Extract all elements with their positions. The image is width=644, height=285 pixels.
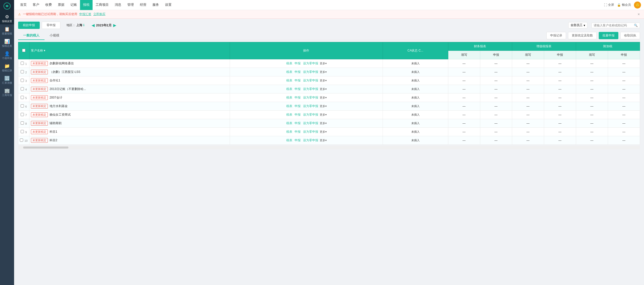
op-zero-3[interactable]: 设为零申报 (303, 87, 318, 91)
member-button[interactable]: 🔓 畅会员 (617, 3, 631, 7)
op-submit-6[interactable]: 申报 (295, 113, 301, 116)
op-submit-1[interactable]: 申报 (295, 70, 301, 74)
nav-service[interactable]: 服务 (149, 0, 162, 10)
client-name-5: 地方水利基金 (50, 104, 68, 108)
row-checkbox-1[interactable] (21, 70, 24, 73)
op-zero-9[interactable]: 设为零申报 (303, 138, 318, 142)
sidebar-item-tax-overview[interactable]: 📊 报税总览 (0, 37, 14, 49)
op-zero-6[interactable]: 设为零申报 (303, 113, 318, 116)
op-tax-form-3[interactable]: 税表 (286, 87, 292, 91)
batch-submit-button[interactable]: 批量申报 (599, 32, 618, 39)
op-submit-2[interactable]: 申报 (295, 79, 301, 82)
op-more-7[interactable]: 更多▾ (320, 122, 327, 125)
op-zero-0[interactable]: 设为零申报 (303, 62, 318, 65)
client-search-input[interactable] (594, 24, 634, 27)
sidebar-item-personal-tax[interactable]: 👤 个税申报 (0, 49, 14, 61)
op-submit-3[interactable]: 申报 (295, 87, 301, 91)
op-tax-form-6[interactable]: 税表 (286, 113, 292, 116)
nav-operations[interactable]: 经营 (137, 0, 149, 10)
op-zero-8[interactable]: 设为零申报 (303, 130, 318, 133)
status-tag-4: 未更新税定 (31, 95, 48, 100)
nav-management[interactable]: 管理 (124, 0, 137, 10)
update-stats-button[interactable]: 更新统定及取数 (568, 32, 597, 39)
search-icon[interactable]: 🔍 (634, 24, 638, 27)
op-tax-form-7[interactable]: 税表 (286, 121, 292, 125)
op-more-9[interactable]: 更多▾ (320, 139, 327, 142)
op-submit-4[interactable]: 申报 (295, 96, 301, 99)
trial-banner: ⚠ 一键报税功能已过试用期，请购买后使用 申报汇签 立即购买 ✕ (14, 10, 644, 19)
op-more-8[interactable]: 更多▾ (320, 130, 327, 133)
op-submit-8[interactable]: 申报 (295, 130, 301, 133)
row-tax-fill-5: — (512, 102, 544, 111)
nav-home[interactable]: 首页 (17, 0, 30, 10)
date-next-button[interactable]: ▶ (113, 23, 116, 28)
op-tax-form-5[interactable]: 税表 (286, 104, 292, 108)
select-all-checkbox[interactable] (22, 49, 25, 52)
op-tax-form-9[interactable]: 税表 (286, 138, 292, 142)
fullscreen-button[interactable]: ⛶ 全屏 (604, 3, 614, 7)
row-checkbox-9[interactable] (20, 138, 23, 142)
op-more-1[interactable]: 更多▾ (320, 70, 327, 73)
trial-link-buy[interactable]: 立即购买 (93, 12, 105, 16)
shenbaojilu-button[interactable]: 申报记录 (546, 32, 566, 39)
sidebar-item-calc-clear[interactable]: 🔢 汇算清缴 (0, 74, 14, 86)
tab-zero-declaration[interactable]: 零申报 (42, 22, 60, 29)
trial-link-apply[interactable]: 申报汇签 (79, 12, 91, 16)
op-more-2[interactable]: 更多▾ (320, 79, 327, 82)
sidebar-item-tax-records[interactable]: 📁 报税记录 (0, 61, 14, 74)
sidebar-item-batch-tax[interactable]: 📋 批量报税 (0, 24, 14, 37)
client-name-header[interactable]: 客户名称 ▾ (29, 42, 230, 59)
op-tax-form-4[interactable]: 税表 (286, 96, 292, 99)
date-prev-button[interactable]: ◀ (92, 23, 95, 28)
nav-messages[interactable]: 消息 (112, 0, 124, 10)
row-checkbox-6[interactable] (21, 113, 24, 116)
actions-row: 申报记录 更新统定及取数 批量申报 收取回执 (546, 32, 640, 39)
subtab-general-taxpayer[interactable]: 一般的税人 (18, 31, 45, 40)
row-checkbox-0[interactable] (21, 62, 24, 65)
nav-billing[interactable]: 收费 (42, 0, 55, 10)
row-checkbox-8[interactable] (21, 130, 24, 133)
op-tax-form-0[interactable]: 税表 (286, 62, 292, 65)
op-tax-form-2[interactable]: 税表 (286, 79, 292, 82)
op-more-4[interactable]: 更多▾ (320, 96, 327, 99)
sidebar-item-biz-annual[interactable]: 🏢 工商年报 (0, 86, 14, 98)
op-tax-form-8[interactable]: 税表 (286, 130, 292, 133)
nav-invoice[interactable]: 票据 (55, 0, 67, 10)
op-zero-7[interactable]: 设为零申报 (303, 121, 318, 125)
nav-tax[interactable]: 报税 (80, 0, 93, 10)
op-submit-7[interactable]: 申报 (295, 121, 301, 125)
op-zero-2[interactable]: 设为零申报 (303, 79, 318, 82)
op-zero-1[interactable]: 设为零申报 (303, 70, 318, 74)
employee-filter-dropdown[interactable]: 全部员工 ▾ (568, 22, 587, 28)
row-add-submit-9: — (608, 136, 640, 145)
scrollbar-thumb[interactable] (23, 147, 68, 149)
op-more-6[interactable]: 更多▾ (320, 113, 327, 116)
op-submit-9[interactable]: 申报 (295, 138, 301, 142)
user-avatar[interactable]: 🙂 (634, 2, 641, 9)
op-submit-5[interactable]: 申报 (295, 104, 301, 108)
subtab-small-scale[interactable]: 小规模 (45, 31, 64, 40)
op-more-0[interactable]: 更多▾ (320, 62, 327, 65)
op-more-5[interactable]: 更多▾ (320, 105, 327, 108)
op-zero-5[interactable]: 设为零申报 (303, 104, 318, 108)
row-checkbox-4[interactable] (21, 96, 24, 99)
row-checkbox-2[interactable] (21, 79, 24, 82)
row-checkbox-3[interactable] (21, 87, 24, 90)
region-info-icon[interactable]: ℹ (83, 23, 85, 27)
sidebar-item-tax-settings[interactable]: ⚙ 报税设置 (0, 12, 14, 24)
horizontal-scrollbar[interactable] (18, 146, 640, 149)
nav-accounting[interactable]: 记账 (67, 0, 80, 10)
op-tax-form-1[interactable]: 税表 (286, 70, 292, 74)
retrieve-button[interactable]: 收取回执 (620, 32, 640, 39)
tab-tax-declaration[interactable]: 税款申报 (18, 22, 40, 29)
nav-biz-projects[interactable]: 工商项目 (93, 0, 112, 10)
op-zero-4[interactable]: 设为零申报 (303, 96, 318, 99)
nav-settings[interactable]: 设置 (162, 0, 175, 10)
op-submit-0[interactable]: 申报 (295, 62, 301, 65)
op-more-3[interactable]: 更多▾ (320, 87, 327, 90)
tax-content: 税款申报 零申报 地区： 上海 ℹ ◀ 2023年2月 ▶ 全部员工 ▾ (14, 19, 644, 285)
row-checkbox-5[interactable] (21, 104, 24, 108)
row-checkbox-7[interactable] (21, 121, 24, 125)
nav-clients[interactable]: 客户 (30, 0, 42, 10)
banner-close-button[interactable]: ✕ (637, 13, 640, 16)
